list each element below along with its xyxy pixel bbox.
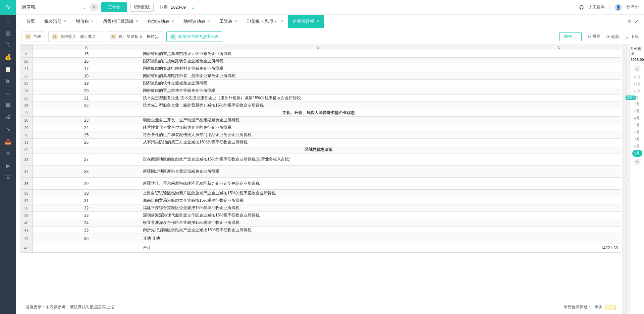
- cell-b[interactable]: 南沙先行启动区鼓励类产业企业减按15%税率征收企业所得税: [140, 227, 497, 234]
- row-number[interactable]: 22: [20, 72, 33, 79]
- table-row[interactable]: 3832福建平潭综合实验区企业减按15%税率征收企业所得税: [20, 204, 621, 212]
- cell-c[interactable]: [497, 227, 621, 234]
- row-number[interactable]: 39: [20, 212, 33, 219]
- user-avatar-icon[interactable]: 👤: [614, 4, 622, 11]
- cell-c[interactable]: [497, 153, 621, 165]
- collapse-handle[interactable]: ›: [627, 44, 630, 314]
- close-icon[interactable]: ✕: [316, 19, 319, 23]
- cell-a[interactable]: 25: [33, 131, 140, 138]
- cell-a[interactable]: 32: [33, 204, 140, 211]
- cell-c[interactable]: [497, 234, 621, 243]
- subtab-item[interactable]: 咪资产加速折旧、摊销(...: [107, 32, 163, 42]
- reset-button[interactable]: ↻重置: [588, 34, 600, 40]
- month-item[interactable]: 10月: [633, 74, 641, 81]
- expand-icon[interactable]: ⤢: [634, 18, 639, 24]
- table-row[interactable]: 2319国家鼓励的软件企业减免企业所得税: [20, 80, 621, 87]
- nav-export-icon[interactable]: ⇲: [0, 123, 16, 135]
- col-header-c[interactable]: C: [497, 44, 621, 50]
- cell-b[interactable]: 经营性文化事业单位转制为企业的免征企业所得税: [140, 124, 497, 131]
- table-row[interactable]: 27文化、环保、残疾人等特殊类型企业优惠: [20, 109, 621, 117]
- cell-b[interactable]: 新疆困难地区新办企业定期减免企业所得税: [140, 166, 497, 177]
- cell-c[interactable]: [497, 117, 621, 124]
- cell-c[interactable]: 14221.38: [497, 243, 621, 252]
- cell-c[interactable]: [497, 124, 621, 131]
- table-row[interactable]: 2420国家鼓励的重点软件企业减免企业所得税: [20, 87, 621, 95]
- cell-b[interactable]: 国家鼓励的集成电路封装、测试企业减免企业所得税: [140, 72, 497, 79]
- download-button[interactable]: ⭳下载: [625, 34, 639, 40]
- support-label[interactable]: 人工咨询: [589, 4, 605, 10]
- tab-印花税（月/季）[interactable]: 印花税（月/季）✕: [242, 15, 288, 28]
- cell-a[interactable]: 26: [33, 139, 140, 146]
- cell-a[interactable]: 28: [33, 166, 140, 177]
- cell-c[interactable]: [497, 87, 621, 94]
- month-item[interactable]: 9月: [632, 150, 642, 157]
- cell-a[interactable]: 34: [33, 219, 140, 226]
- cell-b[interactable]: 其他 其他: [140, 234, 497, 243]
- cell-a[interactable]: 16: [33, 58, 140, 65]
- row-number[interactable]: 35: [20, 178, 33, 189]
- switch-old-button[interactable]: 切到旧版: [130, 3, 154, 12]
- cell-a[interactable]: 35: [33, 227, 140, 234]
- nav-video-icon[interactable]: ▶: [0, 160, 16, 172]
- month-item[interactable]: 8月: [632, 143, 642, 150]
- nav-doc-icon[interactable]: ▤: [0, 27, 16, 39]
- cell-b[interactable]: 区域性优惠政策: [140, 146, 497, 153]
- cell-c[interactable]: [497, 219, 621, 226]
- cell-a[interactable]: 20: [33, 87, 140, 94]
- cell-b[interactable]: 国家鼓励的集成电路装备企业减免企业所得税: [140, 58, 497, 65]
- cell-c[interactable]: [497, 146, 621, 153]
- tab-首页[interactable]: 首页: [21, 15, 40, 28]
- cell-b[interactable]: 新疆喀什、霍尔果斯特殊经济开发区新办企业定期免征企业所得税: [140, 178, 497, 189]
- cell-c[interactable]: [497, 190, 621, 197]
- row-number[interactable]: 41: [20, 227, 33, 234]
- close-icon[interactable]: ✕: [207, 19, 210, 23]
- cell-c[interactable]: [497, 109, 621, 116]
- cell-a[interactable]: 24: [33, 124, 140, 131]
- row-number[interactable]: 25: [20, 95, 33, 102]
- cell-c[interactable]: [497, 65, 621, 72]
- period-start-dropdown[interactable]: 期初 ⌄: [559, 32, 582, 41]
- table-row[interactable]: 43合计14221.38: [20, 243, 621, 253]
- table-row[interactable]: 3126从事污染防治的第三方企业减按15%的税率征收企业所得税: [20, 139, 621, 146]
- nav-calc-icon[interactable]: 🖩: [0, 75, 16, 87]
- cell-b[interactable]: 技术先进型服务企业 技术先进型服务企业（服务外包类）减按15%的税率征收企业所得…: [140, 95, 497, 102]
- cell-b[interactable]: 文化、环保、残疾人等特殊类型企业优惠: [140, 109, 497, 116]
- month-item[interactable]: 11月: [633, 81, 641, 88]
- month-item[interactable]: 12月: [633, 88, 641, 95]
- list-icon[interactable]: ≡: [90, 3, 98, 11]
- cell-c[interactable]: [497, 50, 621, 57]
- month-up-icon[interactable]: ▲: [634, 65, 641, 72]
- cell-c[interactable]: [497, 204, 621, 211]
- nav-v-icon[interactable]: V: [0, 172, 16, 184]
- row-number[interactable]: 26: [20, 102, 33, 109]
- cell-b[interactable]: 海南自由贸易港鼓励类企业减按15%税率征收企业所得税: [140, 197, 497, 204]
- table-row[interactable]: 4236其他 其他: [20, 234, 621, 243]
- tab-税负波动表[interactable]: 税负波动表✕: [143, 15, 179, 28]
- cell-a[interactable]: [33, 109, 140, 116]
- table-row[interactable]: 4034横琴粤澳深度合作区企业减按15%税率征收企业所得税: [20, 219, 621, 227]
- col-header-a[interactable]: A: [33, 44, 140, 50]
- cell-a[interactable]: 29: [33, 178, 140, 189]
- month-item[interactable]: 6月: [632, 129, 642, 136]
- row-number[interactable]: 30: [20, 131, 33, 138]
- table-row[interactable]: 3327设在西部地区的鼓励类产业企业减按15%的税率征收企业所得税(主营业务收入…: [20, 153, 621, 166]
- cell-a[interactable]: 23: [33, 117, 140, 124]
- row-number[interactable]: 42: [20, 234, 33, 243]
- table-row[interactable]: 4135南沙先行启动区鼓励类产业企业减按15%税率征收企业所得税: [20, 227, 621, 234]
- table-row[interactable]: 32区域性优惠政策: [20, 146, 621, 153]
- table-row[interactable]: 2924经营性文化事业单位转制为企业的免征企业所得税: [20, 124, 621, 131]
- table-row[interactable]: 2016国家鼓励的集成电路装备企业减免企业所得税: [20, 58, 621, 65]
- close-icon[interactable]: ✕: [280, 19, 283, 23]
- table-row[interactable]: 3025符合条件的生产和装配伤残人员专门用品企业免征企业所得税: [20, 131, 621, 139]
- cell-a[interactable]: 27: [33, 153, 140, 165]
- row-number[interactable]: 36: [20, 190, 33, 197]
- table-row[interactable]: 2823动漫企业自主开发、生产动漫产品定期减免企业所得税: [20, 117, 621, 124]
- table-row[interactable]: 3731海南自由贸易港鼓励类企业减按15%税率征收企业所得税: [20, 197, 621, 204]
- table-row[interactable]: 2117国家鼓励的集成电路材料企业减免企业所得税: [20, 65, 621, 72]
- vertical-scrollbar[interactable]: [622, 44, 627, 314]
- month-item[interactable]: 3月: [632, 108, 642, 115]
- row-number[interactable]: 24: [20, 87, 33, 94]
- tab-增值税[interactable]: 增值税✕: [71, 15, 98, 28]
- subtab-item[interactable]: 咪减免所得税优惠明细表: [166, 32, 222, 42]
- row-number[interactable]: 27: [20, 109, 33, 116]
